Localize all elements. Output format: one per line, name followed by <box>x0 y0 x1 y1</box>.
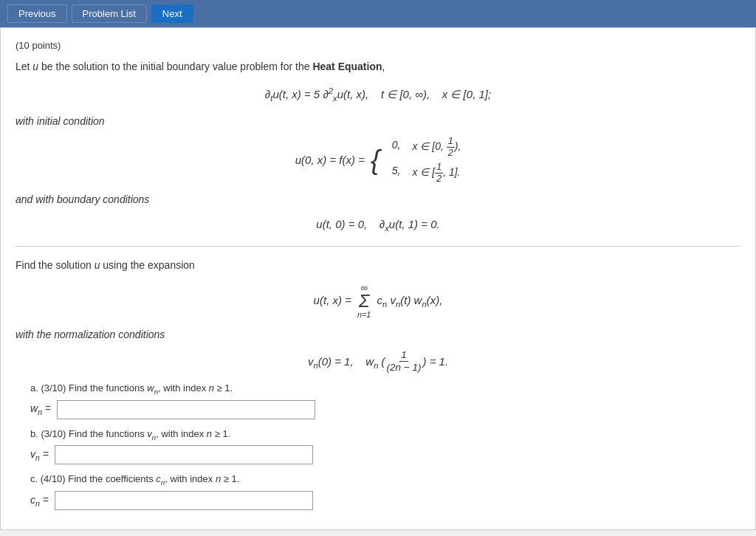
bc-display: u(t, 0) = 0, ∂xu(t, 1) = 0. <box>16 214 740 236</box>
divider <box>16 246 740 247</box>
part-a-var-label: wn = <box>30 402 51 416</box>
part-b-var-label: vn = <box>30 448 49 462</box>
next-button[interactable]: Next <box>151 4 193 23</box>
problem-list-button[interactable]: Problem List <box>72 4 147 23</box>
part-b-input-row: vn = <box>30 445 740 464</box>
boundary-conditions-label: and with boundary conditions <box>16 193 740 205</box>
part-b-label: b. (3/10) Find the functions vn, with in… <box>30 428 740 441</box>
part-a-label: a. (3/10) Find the functions wn, with in… <box>30 382 740 396</box>
normalization-label: with the normalization conditions <box>16 329 740 340</box>
problem-intro: Let u be the solution to the initial bou… <box>16 58 740 75</box>
part-b-input[interactable] <box>55 445 313 464</box>
part-c-input-row: cn = <box>30 491 740 510</box>
ic-display: u(0, x) = f(x) = { 0, x ∈ [0, 12), 5, x … <box>16 136 740 185</box>
part-a-input-row: wn = <box>30 400 740 419</box>
expansion-display: u(t, x) = ∞ Σ n=1 cn vn(t) wn(x), <box>16 283 740 320</box>
normalization-display: vn(0) = 1, wn (1(2n − 1)) = 1. <box>16 349 740 374</box>
main-content: (10 points) Let u be the solution to the… <box>0 27 756 530</box>
previous-button[interactable]: Previous <box>7 4 67 23</box>
find-solution-label: Find the solution u using the expansion <box>16 257 740 273</box>
points-label: (10 points) <box>16 40 740 51</box>
part-a-input[interactable] <box>57 400 315 419</box>
top-bar: Previous Problem List Next <box>0 0 756 27</box>
part-c-var-label: cn = <box>30 494 49 508</box>
part-c-label: c. (4/10) Find the coefficients cn, with… <box>30 473 740 487</box>
part-c-input[interactable] <box>55 491 313 510</box>
initial-condition-label: with initial condition <box>16 115 740 127</box>
pde-display: ∂tu(t, x) = 5 ∂2xu(t, x), t ∈ [0, ∞), x … <box>16 83 740 106</box>
